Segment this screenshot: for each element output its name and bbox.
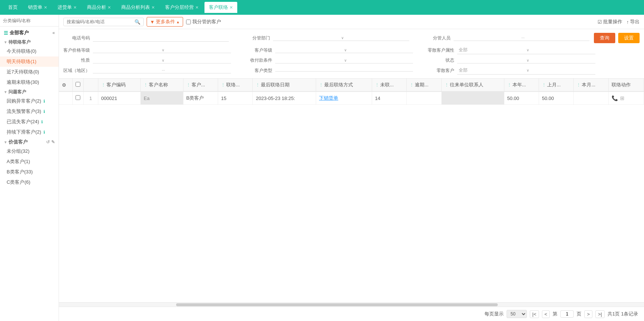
scrollbar-thumb[interactable] (176, 303, 498, 306)
prev-page-btn[interactable]: < (542, 310, 550, 318)
filter-retail-attr-select[interactable]: 全部 ∨ (457, 46, 595, 54)
query-button[interactable]: 查询 (594, 33, 615, 43)
sidebar-item-lost[interactable]: 已流失客户(24) ℹ (0, 117, 59, 127)
page-label: 第 (553, 311, 557, 317)
filter-person-select[interactable]: ··· (454, 35, 589, 41)
sidebar-problem-header[interactable]: ▼问题客户 (0, 87, 59, 96)
col-contact[interactable]: ⋮联络... (218, 79, 253, 92)
filter-customer-level-select[interactable]: ∨ (275, 47, 413, 53)
cell-last-contact-method[interactable]: 下销货单 (316, 92, 372, 105)
filter-payment-select[interactable]: ∨ (275, 58, 413, 63)
filter-customer-type-label: 客户类型 (246, 68, 275, 74)
nav-customer-contact[interactable]: 客户联络 ✕ (204, 2, 237, 13)
search-input[interactable] (67, 19, 133, 24)
sidebar-item-repurchase-abnormal[interactable]: 回购异常客户(2) ℹ (0, 96, 59, 106)
nav-home[interactable]: 首页 (4, 2, 22, 13)
nav-sales[interactable]: 销货单 ✕ (24, 2, 52, 13)
nav-product-analysis-list[interactable]: 商品分析列表 ✕ (117, 2, 159, 13)
sidebar-collapse-icon[interactable]: « (52, 30, 55, 35)
first-page-btn[interactable]: |< (530, 310, 539, 318)
filter-bar: 🔍 ▼ 更多条件 ▲ 我分管的客户 ☑ 批量操作 ↑ 导出 (59, 15, 644, 29)
filter-status-label: 状态 (428, 57, 457, 63)
sidebar-item-type-b[interactable]: B类客户(33) (0, 167, 59, 177)
action-phone-icon[interactable]: 📞 (612, 95, 618, 101)
nav-customer-tier[interactable]: 客户分层经营 ✕ (161, 2, 203, 13)
value-edit-icon[interactable]: ✎ (51, 139, 55, 145)
sidebar-item-today[interactable]: 今天待联络(0) (0, 46, 59, 56)
last-page-btn[interactable]: >| (595, 310, 605, 318)
filter-dept-select[interactable]: ∨ (273, 35, 409, 41)
export-btn[interactable]: ↑ 导出 (627, 18, 640, 25)
filter-dept: 分管部门 ∨ (244, 35, 409, 41)
filter-row-2: 客户价格等级 ∨ 客户等级 ∨ 零散客户属性 (63, 46, 640, 54)
next-page-btn[interactable]: > (584, 310, 592, 318)
sidebar-item-ungrouped[interactable]: 未分组(32) (0, 146, 59, 156)
sidebar-item-7days[interactable]: 近7天待联络(0) (0, 67, 59, 77)
col-last-month[interactable]: ⋮上月... (539, 79, 573, 92)
content-area: 🔍 ▼ 更多条件 ▲ 我分管的客户 ☑ 批量操作 ↑ 导出 (59, 15, 644, 321)
my-customers-toggle[interactable]: 我分管的客户 (186, 18, 221, 25)
filter-retail-customer-select[interactable]: 全部 ∨ (457, 66, 595, 75)
col-not-contacted[interactable]: ⋮未联... (372, 79, 406, 92)
nav-customer-contact-label: 客户联络 (209, 4, 228, 11)
col-customer-type[interactable]: ⋮客户... (183, 79, 218, 92)
action-grid-icon[interactable]: ⊞ (620, 95, 624, 101)
filter-region: 区域（地区） ··· (63, 68, 231, 74)
total-records-label: 共1页 1条记录 (608, 311, 638, 317)
sidebar-item-type-c[interactable]: C类客户(6) (0, 177, 59, 187)
my-customers-checkbox[interactable] (186, 20, 191, 24)
nav-sales-close[interactable]: ✕ (44, 5, 47, 10)
horizontal-scrollbar[interactable] (59, 302, 644, 307)
cell-checkbox[interactable] (72, 92, 83, 105)
nav-purchase[interactable]: 进货单 ✕ (53, 2, 81, 13)
sidebar-all-customers[interactable]: ☰ 全部客户 « (0, 27, 59, 38)
per-page-label: 每页显示 (484, 311, 504, 317)
col-this-year[interactable]: ⋮本年... (504, 79, 539, 92)
table-footer: 每页显示 50 100 200 |< < 第 页 > >| 共1页 1条记录 (59, 307, 644, 321)
filter-person-label: 分管人员 (424, 35, 454, 41)
filter-retail-attr-label: 零散客户属性 (428, 47, 457, 54)
setting-button[interactable]: 设置 (618, 33, 640, 43)
nav-product-analysis-close[interactable]: ✕ (108, 5, 111, 10)
batch-op-checkbox-icon: ☑ (598, 19, 602, 25)
col-this-month[interactable]: ⋮本月... (574, 79, 608, 92)
filter-phone-input[interactable] (93, 35, 229, 42)
value-refresh-icon[interactable]: ↺ (46, 139, 50, 145)
search-icon[interactable]: 🔍 (134, 19, 140, 25)
more-conditions-btn[interactable]: ▼ 更多条件 ▲ (147, 17, 183, 27)
col-last-contact-method[interactable]: ⋮最后联络方式 (316, 79, 372, 92)
page-number-input[interactable] (560, 310, 574, 318)
batch-op-btn[interactable]: ☑ 批量操作 (598, 18, 622, 25)
filter-nature-select[interactable]: ∨ (93, 58, 231, 63)
cell-this-month (574, 92, 608, 105)
col-name[interactable]: ⋮客户名称 (141, 79, 183, 92)
filter-price-level-select[interactable]: ∨ (93, 47, 231, 53)
filter-row-4: 区域（地区） ··· 客户类型 零散客户 (63, 66, 640, 75)
sidebar-item-loss-warning[interactable]: 流失预警客户(3) ℹ (0, 106, 59, 117)
col-settings[interactable]: ⚙ (59, 79, 72, 92)
sidebar-search-input[interactable] (3, 18, 58, 23)
nav-customer-tier-close[interactable]: ✕ (195, 5, 199, 10)
sidebar-item-tomorrow[interactable]: 明天待联络(1) (0, 56, 59, 67)
filter-row-1: 电话号码 分管部门 ∨ 分管人员 ··· (63, 33, 640, 43)
nav-product-analysis[interactable]: 商品分析 ✕ (83, 2, 115, 13)
nav-product-analysis-list-close[interactable]: ✕ (151, 5, 155, 10)
col-overdue[interactable]: ⋮逾期... (407, 79, 441, 92)
sidebar-item-declining[interactable]: 持续下滑客户(2) ℹ (0, 127, 59, 137)
col-code[interactable]: ⋮客户编码 (98, 79, 141, 92)
sidebar-item-type-a[interactable]: A类客户(1) (0, 156, 59, 167)
sidebar-pending-header[interactable]: ▼待联络客户 (0, 38, 59, 46)
batch-op-label: 批量操作 (603, 18, 622, 25)
filter-status-select[interactable]: ∨ (457, 58, 595, 63)
nav-customer-contact-close[interactable]: ✕ (230, 5, 233, 10)
retail-attr-value: 全部 (459, 47, 526, 53)
filter-customer-type-select[interactable] (275, 70, 413, 72)
sidebar-item-overdue[interactable]: 逾期未联络(30) (0, 77, 59, 87)
sidebar-value-header[interactable]: ▼价值客户 ↺ ✎ (0, 137, 59, 146)
col-contact-person[interactable]: ⋮往来单位联系人 (441, 79, 504, 92)
per-page-select[interactable]: 50 100 200 (507, 310, 527, 318)
filter-region-select[interactable]: ··· (93, 68, 231, 73)
col-last-contact-date[interactable]: ⋮最后联络日期 (253, 79, 316, 92)
nav-purchase-close[interactable]: ✕ (73, 5, 77, 10)
select-all-checkbox[interactable] (76, 82, 80, 87)
